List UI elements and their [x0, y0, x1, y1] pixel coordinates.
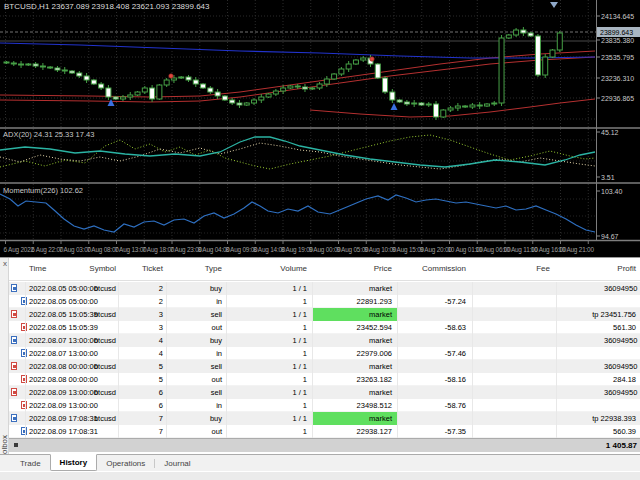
cell-symbol: btcusd — [94, 414, 116, 423]
candle-body — [375, 64, 380, 78]
candle-body — [142, 88, 147, 92]
cell-profit: 36094950 — [604, 284, 640, 293]
candle-body — [55, 68, 60, 70]
column-header-ticket[interactable]: Ticket — [142, 264, 163, 273]
time-axis[interactable]: 6 Aug 20226 Aug 22:007 Aug 03:007 Aug 08… — [4, 241, 595, 254]
price-tick-label: 23535.795 — [601, 54, 634, 61]
candle-body — [361, 58, 366, 60]
chart-end-marker-icon — [550, 2, 558, 8]
cell-commission: -58.76 — [445, 401, 466, 410]
adx-indicator-label: ADX(20) 24.31 25.33 17.43 — [3, 130, 94, 139]
cell-ticket: 3 — [159, 323, 163, 332]
cell-price: 22938.127 — [357, 427, 392, 436]
history-row-deal[interactable]: 2022.08.07 13:00:004in122979.006-57.46 — [9, 347, 640, 360]
buy-deal-icon — [11, 336, 17, 344]
candle-body — [295, 86, 300, 87]
candle-body — [317, 84, 322, 88]
tab-journal[interactable]: Journal — [155, 455, 199, 471]
cell-profit: 36094950 — [604, 388, 640, 397]
cell-profit: tp 23451.756 — [592, 310, 636, 319]
candle-body — [346, 64, 351, 69]
candle-body — [19, 64, 24, 65]
cell-type: out — [212, 427, 222, 436]
candle-body — [135, 92, 140, 95]
column-header-commission[interactable]: Commission — [422, 264, 466, 273]
chart-canvas[interactable]: 24134.64523835.38023535.79523236.3102293… — [0, 0, 640, 257]
candle-body — [48, 67, 53, 68]
candle-body — [201, 84, 206, 88]
candle-body — [383, 78, 388, 92]
candle-body — [535, 36, 540, 75]
candle-body — [324, 79, 329, 84]
cell-symbol: btcusd — [94, 388, 116, 397]
cell-volume: 1 — [303, 375, 307, 384]
candle-body — [412, 103, 417, 104]
column-header-profit[interactable]: Profit — [617, 264, 636, 273]
chart-region[interactable]: 24134.64523835.38023535.79523236.3102293… — [0, 0, 640, 257]
cell-ticket: 2 — [159, 297, 163, 306]
column-header-symbol[interactable]: Symbol — [89, 264, 116, 273]
cell-price: market — [369, 284, 392, 293]
close-icon[interactable]: x — [1, 260, 9, 268]
candle-body — [514, 30, 519, 35]
history-row-order[interactable]: 2022.08.07 13:00:00btcusd4buy1 / 1market… — [9, 334, 640, 347]
tab-trade[interactable]: Trade — [11, 455, 50, 471]
history-row-deal[interactable]: 2022.08.08 00:00:005out123263.182-58.162… — [9, 373, 640, 386]
cell-symbol: btcusd — [94, 310, 116, 319]
history-row-deal[interactable]: 2022.08.09 13:00:006in123498.512-58.76 — [9, 399, 640, 412]
cell-type: buy — [210, 414, 222, 423]
history-row-order[interactable]: 2022.08.05 05:00:00btcusd2buy1 / 1market… — [9, 282, 640, 295]
history-row-order[interactable]: 2022.08.05 15:05:39btcusd3sell1 / 1marke… — [9, 308, 640, 321]
cell-time: 2022.08.07 13:00:00 — [29, 349, 98, 358]
cell-type: sell — [211, 362, 222, 371]
cell-price: market — [369, 336, 392, 345]
candle-body — [4, 62, 9, 63]
cell-ticket: 7 — [159, 414, 163, 423]
cell-type: in — [216, 297, 222, 306]
price-tick-label: 24134.645 — [601, 13, 634, 20]
buy-arrow-icon — [391, 103, 398, 110]
history-row-order[interactable]: 2022.08.09 13:00:00btcusd6sell1 / 1marke… — [9, 386, 640, 399]
summary-marker-icon — [14, 443, 18, 447]
history-row-order[interactable]: 2022.08.09 17:08:31btcusd7buy1 / 1market… — [9, 412, 640, 425]
column-separator — [556, 282, 557, 438]
cell-ticket: 4 — [159, 336, 163, 345]
buy-deal-icon — [11, 284, 17, 292]
momentum-scale-label: 94.67 — [601, 233, 619, 240]
buy-deal-icon — [21, 427, 27, 435]
candle-body — [164, 80, 169, 85]
history-table-rows: 2022.08.05 05:00:00btcusd2buy1 / 1market… — [0, 282, 640, 438]
buy-deal-icon — [11, 414, 17, 422]
cell-type: buy — [210, 336, 222, 345]
buy-deal-icon — [21, 297, 27, 305]
column-header-type[interactable]: Type — [205, 264, 222, 273]
history-table-header[interactable]: TimeSymbolTicketTypeVolumePriceCommissio… — [9, 258, 640, 281]
candle-body — [62, 70, 67, 71]
sell-deal-icon — [11, 310, 17, 318]
candle-body — [193, 80, 198, 84]
tab-operations[interactable]: Operations — [97, 455, 154, 471]
cell-time: 2022.08.08 00:00:00 — [29, 375, 98, 384]
candle-body — [448, 108, 453, 110]
history-row-order[interactable]: 2022.08.08 00:00:00btcusd5sell1 / 1marke… — [9, 360, 640, 373]
cell-time: 2022.08.09 13:00:00 — [29, 401, 98, 410]
column-header-volume[interactable]: Volume — [280, 264, 307, 273]
status-strip — [0, 471, 640, 480]
column-header-time[interactable]: Time — [29, 264, 46, 273]
candle-body — [557, 33, 562, 50]
price-scale[interactable]: 24134.64523835.38023535.79523236.3102293… — [597, 13, 640, 240]
candle-body — [77, 73, 82, 76]
history-row-deal[interactable]: 2022.08.05 15:05:393out123452.594-58.635… — [9, 321, 640, 334]
candle-body — [404, 102, 409, 104]
tab-history[interactable]: History — [50, 454, 98, 471]
column-header-price[interactable]: Price — [374, 264, 392, 273]
column-header-fee[interactable]: Fee — [536, 264, 550, 273]
candle-body — [273, 91, 278, 94]
cell-type: in — [216, 349, 222, 358]
cell-time: 2022.08.07 13:00:00 — [29, 336, 98, 345]
history-row-deal[interactable]: 2022.08.05 05:00:002in122891.293-57.24 — [9, 295, 640, 308]
time-tick-label: 6 Aug 2022 — [4, 246, 35, 254]
cell-ticket: 2 — [159, 284, 163, 293]
history-row-deal[interactable]: 2022.08.09 17:08:317out122938.127-57.355… — [9, 425, 640, 438]
candle-body — [419, 103, 424, 105]
